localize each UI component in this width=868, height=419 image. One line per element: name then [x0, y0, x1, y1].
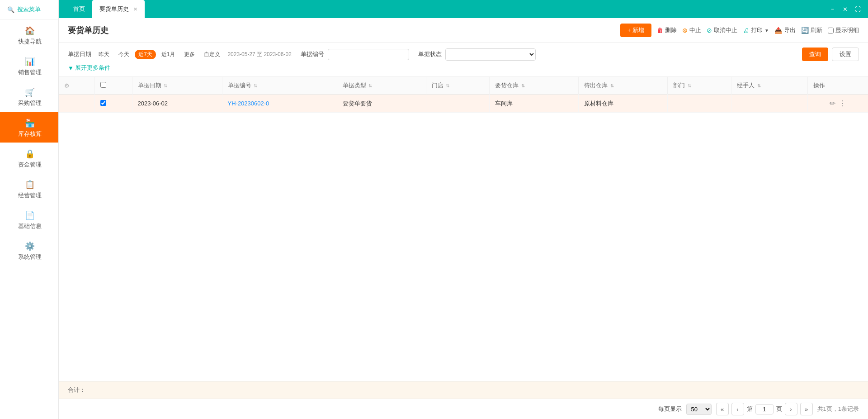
order-no-input[interactable] [328, 49, 409, 60]
col-store[interactable]: 门店 ⇅ [426, 77, 490, 95]
next-page-button[interactable]: › [785, 403, 797, 415]
export-button[interactable]: 📤 导出 [774, 26, 796, 34]
delete-label: 删除 [665, 26, 677, 34]
stop-button[interactable]: ⊗ 中止 [682, 26, 701, 34]
col-handler[interactable]: 经手人 ⇅ [731, 77, 807, 95]
sidebar-item-home[interactable]: 🏠快捷导航 [0, 19, 58, 50]
footer-label: 合计： [68, 386, 85, 394]
sidebar-item-inventory[interactable]: 🏪库存核算 [0, 112, 58, 143]
delete-icon: 🗑 [657, 27, 663, 34]
col-order_type[interactable]: 单据类型 ⇅ [337, 77, 426, 95]
order-no-link-0[interactable]: YH-20230602-0 [228, 100, 269, 107]
new-button[interactable]: + 新增 [620, 24, 651, 37]
sidebar-item-finance[interactable]: 🔒资金管理 [0, 143, 58, 173]
refresh-button[interactable]: 🔄 刷新 [801, 26, 822, 34]
settings-icon[interactable]: ⚙ [64, 82, 70, 89]
expand-more-label: 展开更多条件 [75, 64, 110, 72]
sidebar-item-label: 库存核算 [18, 130, 42, 138]
expand-more-button[interactable]: ▼ 展开更多条件 [68, 64, 859, 72]
close-button[interactable]: ✕ [843, 6, 848, 13]
select-all-checkbox[interactable] [100, 82, 106, 88]
date-shortcut-0[interactable]: 昨天 [95, 50, 113, 59]
first-page-button[interactable]: « [716, 403, 729, 415]
sidebar-item-label: 基础信息 [18, 222, 42, 230]
page-title-row: 要货单历史 + 新增 🗑 删除 ⊗ 中止 ⊘ 取消中止 [68, 24, 859, 37]
sidebar-item-base[interactable]: 📄基础信息 [0, 204, 58, 235]
status-select[interactable] [445, 48, 536, 61]
checkbox-cell-0[interactable] [94, 95, 132, 113]
maximize-button[interactable]: ⛶ [855, 6, 861, 13]
sidebar-search-label: 搜索菜单 [17, 5, 41, 14]
refresh-icon: 🔄 [801, 27, 809, 34]
operation-icon: 📋 [25, 180, 35, 190]
system-icon: ⚙️ [25, 241, 35, 251]
cancel-stop-button[interactable]: ⊘ 取消中止 [707, 26, 737, 34]
print-dropdown-icon[interactable]: ▼ [764, 28, 769, 33]
main-area: 首页要货单历史✕ OfTEn － ✕ ⛶ 要货单历史 + 新增 🗑 删除 ⊗ [59, 0, 868, 419]
store-cell-0 [426, 95, 490, 113]
date-shortcuts: 昨天今天近7天近1月更多自定义 [95, 50, 224, 59]
col-date[interactable]: 单据日期 ⇅ [132, 77, 222, 95]
search-icon: 🔍 [7, 6, 14, 13]
chevron-down-icon: ▼ [68, 65, 74, 71]
settings-cell-0[interactable] [59, 95, 94, 113]
pagination-nav: « ‹ 第 页 › » [716, 403, 813, 415]
page-title: 要货单历史 [68, 25, 108, 36]
sort-icon-req_warehouse: ⇅ [521, 83, 525, 88]
date-shortcut-2[interactable]: 近7天 [135, 50, 156, 59]
col-pending_warehouse[interactable]: 待出仓库 ⇅ [579, 77, 668, 95]
sidebar-item-label: 快捷导航 [18, 38, 42, 46]
order-no-label: 单据编号 [301, 50, 324, 58]
req-warehouse-cell-0: 车间库 [490, 95, 579, 113]
home-icon: 🏠 [25, 26, 35, 36]
date-shortcut-5[interactable]: 自定义 [200, 50, 224, 59]
sidebar-search[interactable]: 🔍 搜索菜单 [0, 0, 58, 19]
sales-icon: 📊 [25, 57, 35, 67]
col-dept[interactable]: 部门 ⇅ [668, 77, 731, 95]
table-container: ⚙单据日期 ⇅单据编号 ⇅单据类型 ⇅门店 ⇅要货仓库 ⇅待出仓库 ⇅部门 ⇅经… [59, 77, 868, 381]
settings-button[interactable]: 设置 [832, 48, 859, 61]
date-range-text: 2023-05-27 至 2023-06-02 [227, 51, 291, 58]
date-shortcut-3[interactable]: 近1月 [158, 50, 179, 59]
delete-button[interactable]: 🗑 删除 [657, 26, 677, 34]
brand-text: OfTEn [811, 206, 832, 213]
tab-home[interactable]: 首页 [66, 0, 92, 18]
stop-label: 中止 [689, 26, 701, 34]
refresh-label: 刷新 [811, 26, 822, 34]
sidebar-item-operation[interactable]: 📋经营管理 [0, 173, 58, 204]
table-row[interactable]: 2023-06-02YH-20230602-0要货单要货车间库原材料仓库✏⋮ [59, 95, 868, 113]
export-icon: 📤 [774, 27, 782, 34]
last-page-button[interactable]: » [800, 403, 813, 415]
minimize-button[interactable]: － [830, 5, 835, 13]
goto-label: 第 [747, 405, 753, 413]
query-button[interactable]: 查询 [802, 48, 828, 61]
export-label: 导出 [784, 26, 796, 34]
tab-label-history: 要货单历史 [99, 5, 129, 13]
row-checkbox-0[interactable] [100, 100, 106, 106]
purchase-icon: 🛒 [25, 87, 35, 97]
edit-icon-0[interactable]: ✏ [830, 99, 835, 108]
print-button[interactable]: 🖨 打印 ▼ [743, 26, 769, 34]
date-shortcut-4[interactable]: 更多 [180, 50, 198, 59]
date-filter-label: 单据日期 [68, 50, 91, 58]
page-header: 要货单历史 + 新增 🗑 删除 ⊗ 中止 ⊘ 取消中止 [59, 18, 868, 43]
prev-page-button[interactable]: ‹ [731, 403, 744, 415]
tab-history[interactable]: 要货单历史✕ [92, 0, 145, 18]
per-page-select[interactable]: 2050100 [686, 404, 712, 415]
display-checkbox[interactable] [828, 28, 834, 33]
col-req_warehouse[interactable]: 要货仓库 ⇅ [490, 77, 579, 95]
print-icon: 🖨 [743, 27, 749, 34]
col-order_no[interactable]: 单据编号 ⇅ [222, 77, 337, 95]
page-input[interactable] [755, 404, 774, 414]
sidebar-item-purchase[interactable]: 🛒采购管理 [0, 81, 58, 112]
date-shortcut-1[interactable]: 今天 [115, 50, 133, 59]
action-cell-0[interactable]: ✏⋮ [807, 95, 868, 113]
tab-close-history[interactable]: ✕ [133, 6, 137, 12]
display-toggle[interactable]: 显示明细 [828, 26, 859, 34]
more-icon-0[interactable]: ⋮ [839, 99, 846, 108]
sidebar-item-sales[interactable]: 📊销售管理 [0, 50, 58, 81]
filter-bar: 单据日期 昨天今天近7天近1月更多自定义 2023-05-27 至 2023-0… [59, 43, 868, 77]
order-no-cell-0[interactable]: YH-20230602-0 [222, 95, 337, 113]
handler-cell-0 [731, 95, 807, 113]
sidebar-item-system[interactable]: ⚙️系统管理 [0, 235, 58, 266]
